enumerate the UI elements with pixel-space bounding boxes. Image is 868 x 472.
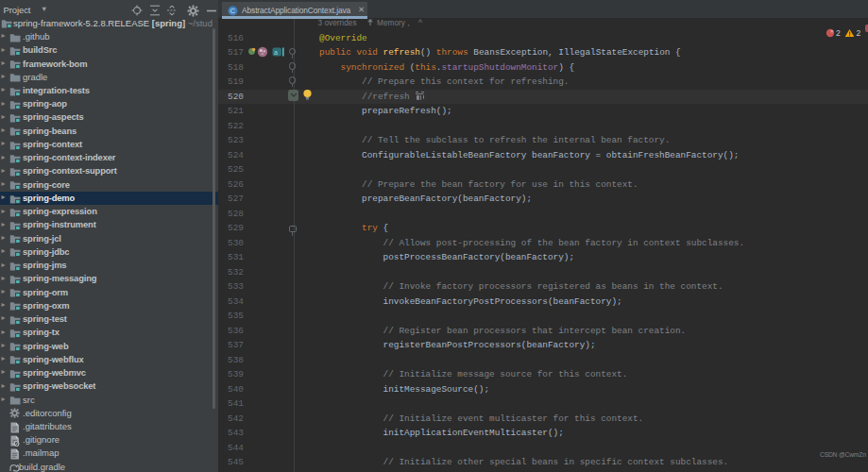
- svg-text:2: 2: [857, 28, 861, 38]
- svg-text:a: a: [274, 49, 278, 56]
- svg-text:2: 2: [836, 28, 841, 38]
- svg-text:C: C: [230, 7, 236, 15]
